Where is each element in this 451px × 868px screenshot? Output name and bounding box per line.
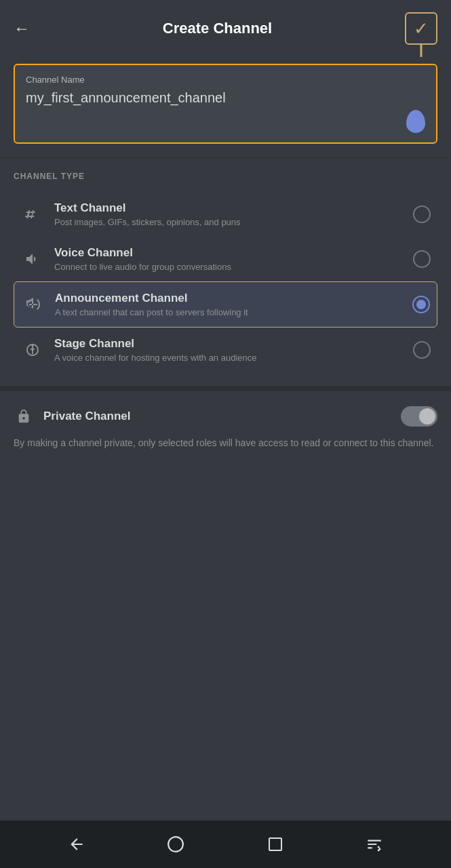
drop-cursor-icon: [406, 110, 425, 133]
announcement-channel-desc: A text channel that can post to servers …: [55, 307, 412, 317]
checkmark-icon: ✓: [414, 18, 429, 39]
voice-channel-name: Voice Channel: [54, 246, 413, 260]
channel-option-text[interactable]: Text Channel Post images, GIFs, stickers…: [14, 192, 437, 237]
stage-channel-desc: A voice channel for hosting events with …: [54, 353, 413, 363]
text-channel-name: Text Channel: [54, 201, 413, 215]
speaker-icon: [20, 247, 45, 271]
radio-inner-dot: [416, 300, 426, 309]
voice-channel-desc: Connect to live audio for group conversa…: [54, 262, 413, 272]
private-channel-row: Private Channel: [14, 406, 437, 427]
channel-option-stage[interactable]: Stage Channel A voice channel for hostin…: [14, 328, 437, 372]
stage-icon: [20, 338, 45, 362]
nav-home-icon[interactable]: [165, 833, 187, 855]
full-divider: [0, 386, 451, 391]
stage-channel-radio[interactable]: [413, 341, 431, 359]
back-button[interactable]: ←: [14, 19, 30, 38]
svg-point-0: [169, 837, 184, 852]
channel-name-input[interactable]: Channel Name my_first_announcement_chann…: [14, 64, 437, 144]
page-title: Create Channel: [163, 20, 272, 37]
nav-back-icon[interactable]: [66, 833, 87, 855]
private-channel-toggle[interactable]: [401, 406, 437, 427]
svg-rect-1: [269, 838, 281, 850]
nav-recents-icon[interactable]: [264, 833, 286, 855]
private-channel-label: Private Channel: [43, 410, 401, 423]
toggle-thumb: [419, 408, 435, 425]
channel-name-label: Channel Name: [26, 75, 425, 85]
announcement-channel-name: Announcement Channel: [55, 292, 412, 305]
voice-channel-radio[interactable]: [413, 250, 431, 268]
nav-menu-icon[interactable]: [364, 833, 385, 855]
channel-option-announcement[interactable]: Announcement Channel A text channel that…: [14, 281, 437, 328]
channel-option-voice[interactable]: Voice Channel Connect to live audio for …: [14, 237, 437, 281]
announcement-channel-text: Announcement Channel A text channel that…: [55, 292, 412, 317]
announcement-channel-radio[interactable]: [412, 296, 430, 313]
private-channel-section: Private Channel By making a channel priv…: [0, 391, 451, 457]
confirm-button[interactable]: ✓: [405, 12, 437, 45]
stage-channel-text: Stage Channel A voice channel for hostin…: [54, 337, 413, 363]
channel-name-value: my_first_announcement_channel: [26, 90, 425, 106]
voice-channel-text: Voice Channel Connect to live audio for …: [54, 246, 413, 272]
lock-icon: [14, 406, 34, 427]
announcement-icon: [21, 292, 45, 317]
header: ← Create Channel ✓: [0, 0, 451, 57]
text-channel-desc: Post images, GIFs, stickers, opinions, a…: [54, 217, 413, 227]
text-channel-radio[interactable]: [413, 205, 431, 223]
text-channel-text: Text Channel Post images, GIFs, stickers…: [54, 201, 413, 227]
hash-icon: [20, 202, 45, 226]
channel-type-section: CHANNEL TYPE Text Channel Post images, G…: [0, 158, 451, 372]
navigation-bar: [0, 821, 451, 868]
stage-channel-name: Stage Channel: [54, 337, 413, 351]
content-spacer: [0, 457, 451, 821]
private-channel-description: By making a channel private, only select…: [14, 436, 437, 450]
channel-type-heading: CHANNEL TYPE: [14, 172, 437, 181]
